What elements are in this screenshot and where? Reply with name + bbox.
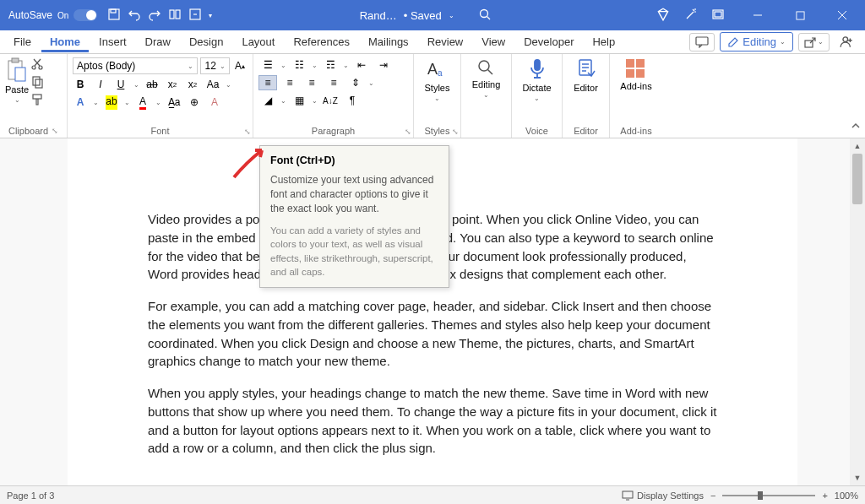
editing-button[interactable]: Editing⌄ — [472, 57, 501, 99]
qat-icon[interactable] — [168, 8, 182, 24]
copy-icon[interactable] — [30, 75, 44, 91]
styles-launcher-icon[interactable]: ⤡ — [452, 127, 459, 136]
font-color-button[interactable]: A — [135, 95, 150, 110]
decrease-indent-button[interactable]: ⇤ — [352, 57, 371, 73]
close-button[interactable] — [823, 3, 862, 28]
superscript-button[interactable]: x2 — [185, 77, 200, 92]
qat-icon-2[interactable] — [188, 8, 202, 24]
zoom-slider[interactable] — [722, 495, 815, 496]
tab-mailings[interactable]: Mailings — [360, 31, 417, 52]
font-size-combo[interactable]: 12⌄ — [200, 57, 230, 74]
paragraph-2: For example, you can add a matching cove… — [148, 297, 717, 371]
addins-group: Add-ins Add-ins — [610, 54, 662, 138]
numbering-button[interactable]: ☷ — [290, 57, 308, 73]
svg-rect-27 — [626, 69, 634, 78]
increase-indent-button[interactable]: ⇥ — [374, 57, 393, 73]
clear-format-button[interactable]: A — [207, 95, 222, 110]
tab-help[interactable]: Help — [584, 31, 623, 52]
doc-menu-icon[interactable]: ⌄ — [449, 12, 454, 19]
save-icon[interactable] — [107, 8, 121, 24]
editor-group: Editor Editor — [563, 54, 610, 138]
autosave-toggle[interactable]: AutoSave On — [8, 9, 97, 21]
save-status[interactable]: • Saved — [404, 9, 442, 22]
tab-file[interactable]: File — [5, 31, 40, 52]
dictate-button[interactable]: Dictate⌄ — [522, 57, 551, 102]
minimize-button[interactable] — [738, 3, 777, 28]
strikethrough-button[interactable]: ab — [144, 77, 160, 92]
bullets-button[interactable]: ☰ — [258, 57, 277, 73]
highlight-button[interactable]: ab — [104, 95, 119, 110]
maximize-button[interactable] — [781, 3, 819, 28]
comments-button[interactable] — [689, 33, 715, 51]
paragraph-launcher-icon[interactable]: ⤡ — [405, 127, 411, 136]
scroll-thumb[interactable] — [852, 154, 862, 204]
tab-draw[interactable]: Draw — [137, 31, 179, 52]
tab-developer[interactable]: Developer — [515, 31, 582, 52]
zoom-out-button[interactable]: − — [710, 490, 715, 501]
sort-button[interactable]: A↓Z — [321, 93, 340, 108]
title-bar: AutoSave On ▾ Rand… • Saved ⌄ — [0, 0, 865, 30]
paste-button[interactable]: Paste ⌄ — [5, 57, 29, 109]
svg-rect-28 — [636, 69, 645, 78]
italic-button[interactable]: I — [93, 77, 108, 92]
clipboard-group: Paste ⌄ Clipboard⤡ — [0, 54, 68, 138]
zoom-level[interactable]: 100% — [835, 490, 858, 501]
svg-rect-26 — [636, 59, 645, 68]
page-indicator[interactable]: Page 1 of 3 — [7, 490, 54, 501]
enclose-button[interactable]: ⊕ — [187, 95, 202, 110]
change-case-button[interactable]: Aa — [205, 77, 220, 92]
align-center-button[interactable]: ≡ — [280, 75, 299, 90]
scroll-down-icon[interactable]: ▼ — [850, 470, 865, 485]
tab-layout[interactable]: Layout — [233, 31, 283, 52]
share-button[interactable]: ⌄ — [798, 33, 830, 51]
shading-button[interactable]: ◢ — [258, 93, 277, 108]
wand-icon[interactable] — [684, 8, 698, 24]
cut-icon[interactable] — [30, 57, 44, 73]
char-shading-button[interactable]: A̲a — [166, 95, 182, 110]
ribbon-tabs: File Home Insert Draw Design Layout Refe… — [0, 30, 865, 54]
tab-design[interactable]: Design — [181, 31, 231, 52]
show-marks-button[interactable]: ¶ — [343, 93, 362, 108]
clipboard-launcher-icon[interactable]: ⤡ — [52, 127, 58, 135]
editor-button[interactable]: Editor — [574, 57, 598, 93]
addins-button[interactable]: Add-ins — [620, 57, 651, 91]
styles-group: Aa Styles⌄ Styles ⤡ — [414, 54, 461, 138]
tooltip-body: Customize your text using advanced font … — [270, 173, 438, 215]
multilevel-button[interactable]: ☶ — [321, 57, 340, 73]
undo-icon[interactable] — [128, 8, 141, 24]
text-effects-button[interactable]: A — [73, 95, 88, 110]
doc-name: Rand… — [360, 9, 397, 22]
account-button[interactable] — [835, 32, 860, 52]
scroll-up-icon[interactable]: ▲ — [850, 138, 865, 154]
font-name-combo[interactable]: Aptos (Body)⌄ — [73, 57, 198, 74]
subscript-button[interactable]: x2 — [165, 77, 180, 92]
svg-point-15 — [32, 66, 35, 69]
window-icon[interactable] — [711, 8, 725, 24]
tab-view[interactable]: View — [473, 31, 514, 52]
toggle-switch-icon[interactable] — [73, 9, 97, 21]
line-spacing-button[interactable]: ⇕ — [346, 75, 365, 90]
zoom-in-button[interactable]: + — [822, 490, 827, 501]
underline-button[interactable]: U — [113, 77, 128, 92]
redo-icon[interactable] — [148, 8, 161, 24]
grow-font-icon[interactable]: A▴ — [232, 58, 248, 73]
borders-button[interactable]: ▦ — [290, 93, 308, 108]
bold-button[interactable]: B — [73, 77, 88, 92]
vertical-scrollbar[interactable]: ▲ ▼ — [850, 138, 865, 485]
editing-mode-button[interactable]: Editing ⌄ — [720, 32, 793, 51]
search-icon[interactable] — [478, 8, 492, 24]
display-settings-button[interactable]: Display Settings — [622, 490, 704, 501]
align-left-button[interactable]: ≡ — [258, 75, 277, 90]
collapse-ribbon-icon[interactable] — [850, 120, 862, 134]
format-painter-icon[interactable] — [30, 93, 44, 109]
tab-review[interactable]: Review — [419, 31, 472, 52]
svg-point-22 — [479, 61, 489, 71]
tab-references[interactable]: References — [285, 31, 357, 52]
styles-button[interactable]: Aa Styles⌄ — [425, 57, 450, 102]
tab-insert[interactable]: Insert — [90, 31, 135, 52]
tab-home[interactable]: Home — [41, 31, 89, 52]
justify-button[interactable]: ≡ — [324, 75, 343, 90]
align-right-button[interactable]: ≡ — [302, 75, 321, 90]
font-dialog-launcher-icon[interactable]: ⤡ — [244, 127, 251, 136]
diamond-icon[interactable] — [656, 7, 671, 24]
